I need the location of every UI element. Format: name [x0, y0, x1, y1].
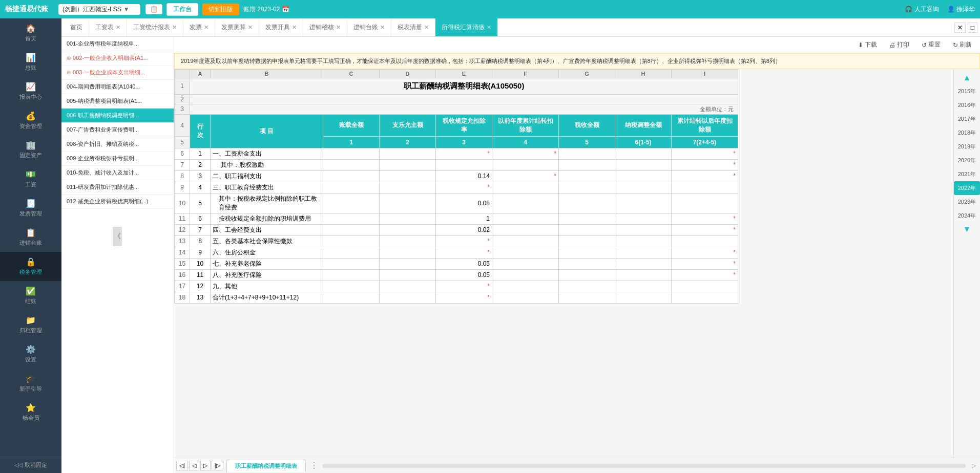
tab-sales-ledger[interactable]: 进销台账✕ [347, 18, 391, 37]
sidebar-item-ledger[interactable]: 📊总账 [0, 48, 61, 77]
c-6[interactable] [323, 148, 380, 159]
sidebar-item-sales[interactable]: 📋进销台账 [0, 223, 61, 252]
e-6[interactable]: * [436, 148, 492, 159]
g-6[interactable] [559, 148, 615, 159]
tab-payroll[interactable]: 工资表✕ [89, 18, 127, 37]
year-2018[interactable]: 2018年 [954, 126, 980, 140]
tab-expand[interactable]: □ [968, 23, 977, 33]
tax-list-item-008[interactable]: 008-资产折旧、摊销及纳税... [61, 137, 174, 152]
service-link[interactable]: 🎧 人工客询 [905, 5, 939, 14]
i-6[interactable]: * [672, 148, 738, 159]
year-2022[interactable]: 2022年 [954, 181, 980, 195]
reset-button[interactable]: ↺ 重置 [919, 39, 944, 51]
year-2023[interactable]: 2023年 [954, 195, 980, 209]
page-content: 001-企业所得税年度纳税申... ⊙ 002-一般企业收入明细表(A1... … [61, 37, 980, 473]
sidebar-item-home[interactable]: 🏠首页 [0, 18, 61, 48]
d-6[interactable] [380, 148, 436, 159]
header-e: 税收规定允扣除率 [436, 114, 492, 136]
sheet-nav-last[interactable]: |▷ [212, 461, 223, 470]
tax-list-item-005[interactable]: 005-纳税调整项目明细表(A1... [61, 94, 174, 109]
sheet-nav-prev[interactable]: ◁ [189, 461, 199, 470]
item-16[interactable]: 八、补充医疗保险 [211, 269, 323, 281]
work-button[interactable]: 工作台 [166, 3, 198, 16]
year-2017[interactable]: 2017年 [954, 112, 980, 126]
item-14[interactable]: 六、住房公积金 [211, 247, 323, 258]
data-row-10: 10 5 其中：按税收规定比例扣除的职工教育经费 0.08 [175, 193, 738, 213]
refresh-button[interactable]: ↻ 刷新 [950, 39, 975, 51]
sidebar-item-close[interactable]: ✅结账 [0, 281, 61, 310]
tax-list-item-009[interactable]: 009-企业所得税弥补亏损明... [61, 152, 174, 166]
year-nav-up[interactable]: ▲ [961, 71, 973, 84]
horizontal-scrollbar[interactable] [322, 464, 966, 468]
item-17[interactable]: 九、其他 [211, 281, 323, 292]
item-11[interactable]: 按税收规定全额扣除的职培训费用 [211, 213, 323, 224]
year-2019[interactable]: 2019年 [954, 140, 980, 154]
tax-list-item-012[interactable]: 012-减免企业所得税优惠明细(...) [61, 195, 174, 209]
subheader-d: 2 [380, 136, 436, 148]
tab-audit[interactable]: 进销稽核✕ [303, 18, 347, 37]
sidebar-item-tax[interactable]: 🔒税务管理 [0, 252, 61, 281]
tab-tax-settlement[interactable]: 所得税汇算清缴✕ [435, 18, 498, 37]
year-2021[interactable]: 2021年 [954, 167, 980, 181]
h-6[interactable] [615, 148, 672, 159]
tab-tax-clear[interactable]: 税表清册✕ [391, 18, 435, 37]
tax-list-item-010[interactable]: 010-免税、减计收入及加计... [61, 166, 174, 180]
sidebar-item-invoice[interactable]: 🧾发票管理 [0, 193, 61, 223]
download-button[interactable]: ⬇ 下载 [855, 39, 880, 51]
sheet-wrapper[interactable]: A B C D E F G H I [174, 69, 953, 458]
item-15[interactable]: 七、补充养老保险 [211, 258, 323, 269]
tax-list-item-006[interactable]: 006-职工薪酬纳税调整明细... [61, 109, 174, 123]
sidebar-item-finance[interactable]: 💰资金管理 [0, 106, 61, 135]
tab-invoice-issue[interactable]: 发票开具✕ [259, 18, 303, 37]
sidebar-item-vip[interactable]: ⭐畅会员 [0, 398, 61, 427]
item-18[interactable]: 合计(1+3+4+7+8+9+10+11+12) [211, 292, 323, 303]
item-13[interactable]: 五、各类基本社会保障性缴款 [211, 235, 323, 247]
tab-close-all[interactable]: ✕ [954, 23, 966, 33]
print-button[interactable]: 🖨 打印 [886, 39, 912, 51]
item-6[interactable]: 一、工资薪金支出 [211, 148, 323, 159]
year-2020[interactable]: 2020年 [954, 154, 980, 167]
sidebar-item-payroll[interactable]: 💵工资 [0, 164, 61, 193]
tax-list-item-007[interactable]: 007-广告费和业务宣传费明... [61, 123, 174, 137]
sheet-nav: ◁| ◁ ▷ |▷ [176, 461, 223, 470]
f-6[interactable]: * [492, 148, 559, 159]
tab-payroll-stats[interactable]: 工资统计报表✕ [127, 18, 183, 37]
item-12[interactable]: 四、工会经费支出 [211, 224, 323, 235]
tax-list-item-011[interactable]: 011-研发费用加计扣除优惠... [61, 180, 174, 195]
year-2015[interactable]: 2015年 [954, 84, 980, 98]
tax-list-item-003[interactable]: ⊙ 003-一般企业成本支出明细... [61, 66, 174, 80]
year-nav-down[interactable]: ▼ [961, 223, 973, 236]
year-2024[interactable]: 2024年 [954, 209, 980, 223]
sidebar-item-archive[interactable]: 📁归档管理 [0, 310, 61, 339]
item-10[interactable]: 其中：按税收规定比例扣除的职工教育经费 [211, 193, 323, 213]
reset-icon: ↺ [922, 41, 927, 49]
old-version-button[interactable]: 切到旧版 [202, 4, 239, 15]
sheet-nav-first[interactable]: ◁| [176, 461, 188, 470]
sidebar-item-settings[interactable]: ⚙️设置 [0, 339, 61, 369]
sheet-more-icon[interactable]: ⋮ [310, 461, 318, 470]
sidebar-item-guide[interactable]: 🎓新手引导 [0, 369, 61, 398]
year-2016[interactable]: 2016年 [954, 98, 980, 112]
tab-home[interactable]: 首页 [64, 18, 89, 37]
item-7[interactable]: 其中：股权激励 [211, 159, 323, 170]
copy-button[interactable]: 📋 [145, 4, 162, 14]
item-8[interactable]: 二、职工福利支出 [211, 170, 323, 182]
subheader-g: 5 [559, 136, 615, 148]
tab-invoice-calc[interactable]: 发票测算✕ [215, 18, 259, 37]
tax-list-item-004[interactable]: 004-期间费用明细表(A1040... [61, 80, 174, 94]
top-actions: 📋 工作台 切到旧版 [145, 3, 239, 16]
sidebar-item-assets[interactable]: 🏢固定资产 [0, 135, 61, 164]
scroll-right-btn[interactable]: ▷ [970, 462, 978, 469]
cancel-pin-button[interactable]: ◁◁取消固定 [0, 457, 61, 473]
tax-list-item-001[interactable]: 001-企业所得税年度纳税申... [61, 37, 174, 51]
company-selector[interactable]: (勿删）江西赣宝-LSS ▼ [58, 4, 140, 15]
refresh-icon: ↻ [953, 41, 958, 49]
panel-collapse-btn[interactable]: 《 [113, 227, 122, 246]
sidebar-item-reports[interactable]: 📈报表中心 [0, 77, 61, 106]
item-9[interactable]: 三、职工教育经费支出 [211, 182, 323, 193]
tab-invoice[interactable]: 发票✕ [183, 18, 215, 37]
sheet-tab-active[interactable]: 职工薪酬纳税调整明细表 [226, 460, 306, 472]
sheet-nav-next[interactable]: ▷ [200, 461, 211, 470]
user-avatar[interactable]: 👤 徐泽华 [947, 5, 975, 14]
tax-list-item-002[interactable]: ⊙ 002-一般企业收入明细表(A1... [61, 51, 174, 66]
